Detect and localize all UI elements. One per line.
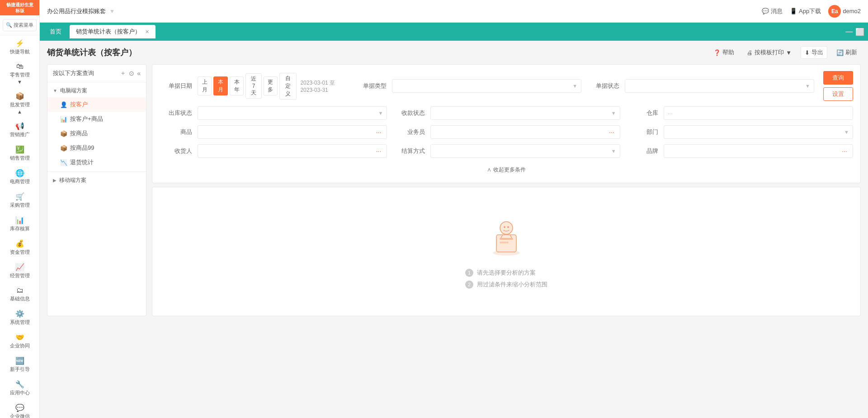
setting-button[interactable]: 设置 xyxy=(823,87,853,101)
search-menu-button[interactable]: 🔍 搜索菜单 xyxy=(3,19,37,31)
product-select[interactable]: ··· xyxy=(198,125,387,139)
collapse-bar[interactable]: ∧ 收起更多条件 xyxy=(160,163,853,176)
brand-select[interactable]: ··· xyxy=(664,144,853,158)
settlement-select[interactable]: ▼ xyxy=(430,144,620,158)
export-icon: ⬇ xyxy=(805,49,810,56)
tab-home[interactable]: 首页 xyxy=(43,25,68,38)
top-header: 办公用品行业模拟账套 ▼ 💬 消息 📱 App下载 Ea demo2 xyxy=(40,0,868,23)
messages-button[interactable]: 💬 消息 xyxy=(762,7,783,15)
sidebar-item-newuser[interactable]: 🆕 新手引导 xyxy=(0,353,39,376)
svg-rect-2 xyxy=(500,238,513,240)
tab-close-icon[interactable]: ✕ xyxy=(145,29,149,35)
system-icon: ⚙️ xyxy=(15,309,24,318)
chevron-down-icon: ▼ xyxy=(17,79,22,85)
warehouse-select[interactable]: ··· xyxy=(664,106,853,120)
scheme-title: 按以下方案查询 xyxy=(53,69,94,77)
corpwechat-icon: 💬 xyxy=(15,404,24,412)
settlement-arrow-icon: ▼ xyxy=(611,148,616,154)
sidebar-item-sales[interactable]: 💹 销售管理 xyxy=(0,142,39,165)
receipt-status-select[interactable]: ▼ xyxy=(430,106,620,120)
sidebar-item-marketing[interactable]: 📢 营销推广 xyxy=(0,118,39,142)
content-area: 销货单统计表（按客户） ❓ 帮助 🖨 按模板打印 ▼ ⬇ 导出 xyxy=(40,41,868,418)
help-icon: ❓ xyxy=(713,49,721,56)
this-year-btn[interactable]: 本年 xyxy=(230,76,244,95)
sidebar-item-corpwechat[interactable]: 💬 企业微信 xyxy=(0,400,39,418)
empty-hints: 1 请先选择要分析的方案 2 用过滤条件来缩小分析范围 xyxy=(465,269,547,289)
page-title: 销货单统计表（按客户） xyxy=(47,47,137,58)
customer-product-icon: 📊 xyxy=(60,116,67,123)
scheme-settings-button[interactable]: ⊙ xyxy=(129,70,134,77)
last-7-days-btn[interactable]: 近7天 xyxy=(245,73,261,99)
scheme-item-by-product[interactable]: 📦 按商品 xyxy=(47,126,146,141)
page-container: 销货单统计表（按客户） ❓ 帮助 🖨 按模板打印 ▼ ⬇ 导出 xyxy=(40,41,868,322)
appcenter-icon: 🔧 xyxy=(15,380,24,389)
query-button[interactable]: 查询 xyxy=(823,71,853,85)
sidebar-item-retail[interactable]: 🛍 零售管理 ▼ xyxy=(0,59,39,88)
sidebar-item-wholesale[interactable]: 📦 批发管理 ▲ xyxy=(0,88,39,118)
doc-type-label: 单据类型 xyxy=(354,82,387,90)
last-month-btn[interactable]: 上月 xyxy=(198,76,212,95)
custom-btn[interactable]: 自定义 xyxy=(279,73,297,100)
page-header: 销货单统计表（按客户） ❓ 帮助 🖨 按模板打印 ▼ ⬇ 导出 xyxy=(47,46,861,59)
sidebar-item-purchase[interactable]: 🛒 采购管理 xyxy=(0,189,39,212)
download-icon: 📱 xyxy=(790,8,797,14)
department-label: 部门 xyxy=(626,128,658,136)
scheme-add-button[interactable]: ＋ xyxy=(120,69,126,77)
app-logo: 畅捷通好生意标版 xyxy=(0,0,39,15)
tab-minimize-icon[interactable]: — xyxy=(845,28,853,36)
out-status-select[interactable]: ▼ xyxy=(198,106,387,120)
operations-icon: 📈 xyxy=(15,263,24,271)
user-menu-button[interactable]: Ea demo2 xyxy=(828,5,861,18)
sidebar-item-system[interactable]: ⚙️ 系统管理 xyxy=(0,306,39,329)
this-month-btn[interactable]: 本月 xyxy=(213,76,227,95)
scheme-item-by-product-99[interactable]: 📦 按商品99 xyxy=(47,141,146,155)
scheme-item-return-stats[interactable]: 📉 退货统计 xyxy=(47,155,146,170)
scheme-item-by-customer[interactable]: 👤 按客户 xyxy=(47,97,146,112)
product-label: 商品 xyxy=(160,128,192,136)
print-button[interactable]: 🖨 按模板打印 ▼ xyxy=(743,47,795,58)
product-dots-icon[interactable]: ··· xyxy=(374,128,383,136)
sidebar-item-appcenter[interactable]: 🔧 应用中心 xyxy=(0,376,39,400)
receiver-select[interactable]: ··· xyxy=(198,144,387,158)
sidebar-item-inventory[interactable]: 📊 库存核算 xyxy=(0,212,39,236)
sidebar-item-finance[interactable]: 💰 资金管理 xyxy=(0,236,39,259)
refresh-button[interactable]: 🔄 刷新 xyxy=(833,47,861,58)
main-area: 办公用品行业模拟账套 ▼ 💬 消息 📱 App下载 Ea demo2 首页 xyxy=(40,0,868,418)
receiver-label: 收货人 xyxy=(160,147,192,155)
filter-row-3: 商品 ··· 业务员 ··· 部门 xyxy=(160,125,853,139)
breadcrumb: 办公用品行业模拟账套 xyxy=(47,7,106,15)
doc-status-select[interactable]: ▼ xyxy=(625,79,814,93)
refresh-icon: 🔄 xyxy=(836,49,844,56)
sidebar-item-enterprise[interactable]: 🤝 企业协同 xyxy=(0,329,39,353)
scheme-item-customer-product[interactable]: 📊 按客户+商品 xyxy=(47,112,146,126)
scheme-group-mobile-header[interactable]: ▶ 移动端方案 xyxy=(47,174,146,187)
doc-type-select[interactable]: ▼ xyxy=(392,79,581,93)
scheme-collapse-button[interactable]: « xyxy=(137,70,141,77)
brand-dots-icon[interactable]: ··· xyxy=(840,147,849,155)
department-select[interactable]: ▼ xyxy=(664,125,853,139)
empty-illustration xyxy=(484,214,529,260)
message-icon: 💬 xyxy=(762,8,769,14)
help-button[interactable]: ❓ 帮助 xyxy=(710,47,738,58)
tab-maximize-icon[interactable]: ⬜ xyxy=(855,28,864,36)
sidebar-item-ecommerce[interactable]: 🌐 电商管理 xyxy=(0,165,39,189)
tab-sales-report[interactable]: 销货单统计表（按客户） ✕ xyxy=(70,25,156,38)
marketing-icon: 📢 xyxy=(15,122,24,130)
salesperson-select[interactable]: ··· xyxy=(430,125,620,139)
breadcrumb-arrow-icon: ▼ xyxy=(109,8,115,14)
filter-row-1: 单据日期 上月 本月 本年 近7天 更多 自定义 20 xyxy=(160,71,853,101)
chevron-up-icon: ▲ xyxy=(17,109,22,114)
app-download-button[interactable]: 📱 App下载 xyxy=(790,7,821,15)
wholesale-icon: 📦 xyxy=(15,92,24,100)
receiver-dots-icon[interactable]: ··· xyxy=(374,147,383,155)
salesperson-dots-icon[interactable]: ··· xyxy=(607,128,616,136)
scheme-group-desktop-header[interactable]: ▼ 电脑端方案 xyxy=(47,84,146,97)
export-button[interactable]: ⬇ 导出 xyxy=(801,46,827,59)
sidebar-item-operations[interactable]: 📈 经营管理 xyxy=(0,259,39,283)
more-btn[interactable]: 更多 xyxy=(264,76,278,95)
sidebar-item-basicinfo[interactable]: 🗂 基础信息 xyxy=(0,283,39,306)
warehouse-label: 仓库 xyxy=(626,109,658,117)
group-expand-icon: ▼ xyxy=(53,88,57,93)
sidebar-item-quicknav[interactable]: ⚡ 快捷导航 xyxy=(0,35,39,59)
doc-type-arrow-icon: ▼ xyxy=(572,83,577,89)
